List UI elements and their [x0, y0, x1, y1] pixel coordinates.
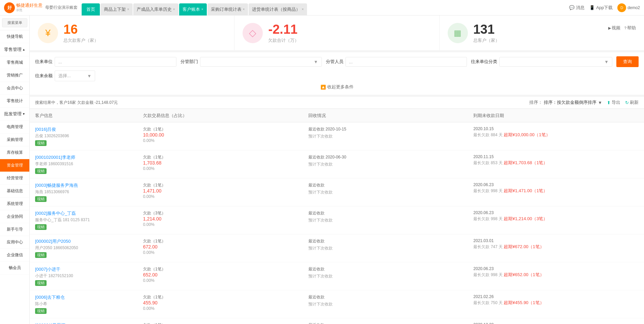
sidebar-item-retail-mgmt[interactable]: 零售管理▲ — [0, 43, 29, 56]
overdue-link[interactable]: 超期¥1,471.00（1笔） — [504, 188, 548, 193]
user-avatar[interactable]: D demo2 — [617, 3, 640, 12]
filter-dept-select[interactable]: ▼ — [200, 57, 322, 67]
customer-id-name[interactable]: [0006]去下粮仓 — [35, 294, 143, 300]
search-button[interactable]: 查询 — [616, 56, 639, 67]
sidebar-item-quick-nav[interactable]: 快捷导航 — [0, 30, 29, 43]
overdue-days-link: 最长欠款 750 天 超期¥455.90（1笔） — [473, 300, 639, 306]
sidebar-item-basic-info[interactable]: 基础信息 — [0, 185, 29, 198]
filter-category-select[interactable]: ▼ — [499, 57, 612, 67]
overdue-link[interactable]: 超期¥1,214.00（3笔） — [504, 216, 548, 221]
sidebar-item-wholesale-mgmt[interactable]: 批发管理▼ — [0, 108, 29, 121]
debt-amount: 652.00 — [143, 272, 308, 277]
debt-count: 欠款（1笔） — [143, 294, 308, 300]
refresh-btn[interactable]: ↻ 刷新 — [625, 99, 639, 106]
tab-purchase-order[interactable]: 采购订单统计表 × — [207, 3, 248, 16]
sort-btn[interactable]: 排序： 排序：按欠款金额倒序排序 ▼ — [529, 99, 602, 106]
filter-person-input[interactable]: ... — [345, 57, 467, 67]
debt-percent: 0.00% — [143, 166, 308, 171]
table-row: [000002]用户2050 用户2050 18665062050 现销 欠款（… — [30, 234, 644, 262]
collapse-row[interactable]: 🔼 收起更多条件 — [35, 83, 639, 91]
filter-unit-input[interactable]: ... — [55, 57, 176, 67]
stat-icon-total: ▦ — [448, 23, 468, 43]
overdue-info: 2020.06.23 最长欠款 998 天 超期¥1,214.00（3笔） — [473, 210, 639, 222]
tab-warehouse-history[interactable]: 产成品入库单历史 × — [133, 3, 178, 16]
sidebar-item-apps[interactable]: 应用中心 — [0, 236, 29, 249]
sidebar-item-purchase-mgmt[interactable]: 采购管理 — [0, 134, 29, 146]
customer-id-name[interactable]: [0007]小进干 — [35, 266, 143, 272]
debt-amount: 455.90 — [143, 300, 308, 305]
sidebar-item-retail-stats[interactable]: 零售统计 — [0, 95, 29, 108]
app-name: 母婴行业演示账套 — [45, 5, 78, 10]
debt-percent: 0.00% — [143, 194, 308, 199]
sidebar-item-ecommerce[interactable]: 电商管理 — [0, 121, 29, 134]
overdue-link[interactable]: 超期¥10,000.00（1笔） — [504, 132, 550, 137]
customer-detail: 用户2050 18665062050 — [35, 245, 143, 251]
filter-dept: 分管部门 ▼ — [180, 57, 322, 67]
message-btn[interactable]: 💬 消息 — [569, 5, 585, 11]
filter-unit-label: 往来单位 — [35, 59, 53, 65]
sidebar-item-marketing[interactable]: 营销推广 — [0, 69, 29, 82]
close-icon[interactable]: × — [243, 7, 245, 11]
customer-id-name[interactable]: [0016]吕俊 — [35, 126, 143, 132]
debt-count: 欠款（1笔） — [143, 238, 308, 244]
filter-person-label: 分管人员 — [326, 59, 343, 65]
app-download-btn[interactable]: 📱 App下载 — [589, 5, 613, 11]
tab-home[interactable]: 首页 — [82, 3, 100, 16]
col-header-collection: 回收情况 — [308, 113, 474, 119]
main-content: ¥ 16 总欠款客户（家） ◇ -2.11 欠款合计（万） ▦ 131 总 — [30, 16, 644, 324]
tab-product-onoff[interactable]: 商品上下架 × — [101, 3, 133, 16]
sidebar-item-newbie[interactable]: 新手引导 — [0, 223, 29, 236]
sidebar-item-inventory[interactable]: 库存核算 — [0, 146, 29, 159]
customer-info: [0001020001]李老师 李老师 18600391516 现销 — [35, 154, 143, 174]
overdue-date: 2020.06.23 — [473, 182, 639, 187]
filter-balance-select[interactable]: 选择... ▼ — [55, 70, 95, 81]
sidebar-item-enterprise[interactable]: 企业协同 — [0, 210, 29, 223]
customer-tag: 现销 — [35, 308, 47, 314]
debt-info: 欠款（1笔） 455.90 0.00% — [143, 294, 308, 311]
filter-balance: 往来余额 选择... ▼ — [35, 70, 95, 81]
sidebar-item-system[interactable]: 系统管理 — [0, 198, 29, 210]
tab-inbound-stats[interactable]: 进货单统计表（按商品） × — [249, 3, 307, 16]
video-link[interactable]: ▶ 视频 — [608, 25, 620, 31]
overdue-date: 2020.10.15 — [473, 126, 639, 131]
customer-id-name[interactable]: [0002]服务中心_丁磊 — [35, 210, 143, 216]
debt-percent: 0.00% — [143, 250, 308, 255]
stat-number-total-customers: 131 — [473, 22, 603, 37]
stat-number-debt-customers: 16 — [63, 22, 99, 37]
table-row: [000001]黄思源 黄思源 13552700226 现销 欠款（1笔） 42… — [30, 318, 644, 324]
customer-id-name[interactable]: [0001020001]李老师 — [35, 154, 143, 160]
overdue-link[interactable]: 超期¥1,703.68（1笔） — [504, 160, 548, 165]
close-icon[interactable]: × — [173, 7, 175, 11]
collection-info: 最近收款 预计下次收款 — [308, 182, 474, 195]
customer-id-name[interactable]: [000001]黄思源 — [35, 322, 143, 324]
overdue-link[interactable]: 超期¥652.00（1笔） — [504, 272, 544, 277]
close-icon[interactable]: × — [201, 7, 203, 11]
help-link[interactable]: ? 帮助 — [624, 25, 636, 31]
search-menu-btn[interactable]: 搜索菜单 — [0, 16, 29, 30]
results-bar: 搜索结果中，客户16家 欠款金额 -21,148.07元 排序： 排序：按欠款金… — [30, 97, 644, 109]
sidebar-item-finance[interactable]: 资金管理 — [0, 159, 29, 172]
overdue-link[interactable]: 超期¥672.00（1笔） — [504, 244, 544, 249]
recent-collect: 最近收款 — [308, 266, 474, 272]
table-row: [0002]服务中心_丁磊 服务中心_丁磊 181 0125 8371 现销 欠… — [30, 206, 644, 234]
tab-customer-account[interactable]: 客户账本 × — [179, 3, 207, 16]
next-collect: 预计下次收款 — [308, 217, 474, 223]
collection-info: 最近收款 预计下次收款 — [308, 294, 474, 307]
sidebar-item-member[interactable]: 会员中心 — [0, 82, 29, 95]
overdue-days-link: 最长欠款 998 天 超期¥1,471.00（1笔） — [473, 188, 639, 194]
customer-id-name[interactable]: [000002]用户2050 — [35, 238, 143, 244]
sidebar-item-retail-shop[interactable]: 零售商城 — [0, 56, 29, 69]
customer-id-name[interactable]: [0003]畅捷服务尹海燕 — [35, 182, 143, 188]
sidebar-item-operations[interactable]: 经营管理 — [0, 172, 29, 185]
close-icon[interactable]: × — [127, 7, 129, 11]
overdue-info: 2020.11.15 最长欠款 853 天 超期¥1,703.68（1笔） — [473, 154, 639, 166]
overdue-link[interactable]: 超期¥455.90（1笔） — [504, 300, 544, 305]
filter-unit: 往来单位 ... — [35, 57, 176, 67]
export-btn[interactable]: ⬆ 导出 — [607, 99, 620, 106]
sidebar-item-member2[interactable]: 畅会员 — [0, 262, 29, 274]
filter-category-label: 往来单位分类 — [471, 59, 497, 65]
debt-info: 欠款（3笔） 1,214.00 0.00% — [143, 210, 308, 227]
recent-collect: 最近收款 2020-06-30 — [308, 154, 474, 160]
sidebar-item-weixin[interactable]: 企业微信 — [0, 249, 29, 262]
close-icon[interactable]: × — [302, 7, 304, 11]
